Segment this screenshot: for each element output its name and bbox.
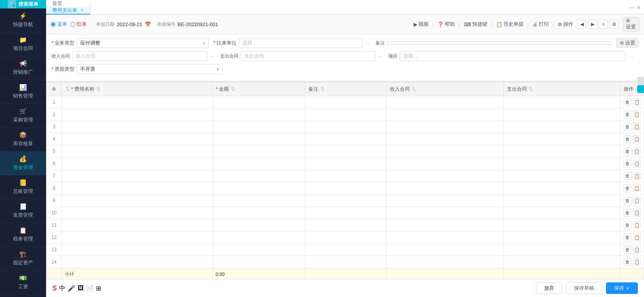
note-cell[interactable]	[305, 145, 387, 158]
delete-row-btn[interactable]: 🗑	[624, 246, 631, 254]
delete-row-btn[interactable]: 🗑	[624, 111, 631, 118]
th-income-contract[interactable]: 收入合同 ⇅	[387, 82, 503, 96]
delete-row-btn[interactable]: 🗑	[624, 123, 631, 131]
expense-name-cell[interactable]	[62, 170, 213, 182]
expense-contract-input[interactable]: 支出合同	[241, 51, 376, 61]
copy-row-btn[interactable]: 📋	[633, 160, 641, 168]
invoice-type-input[interactable]: 不开票 ▾	[77, 64, 223, 74]
expense-contract-cell[interactable]	[503, 158, 620, 170]
delete-row-btn[interactable]: 🗑	[624, 135, 631, 143]
copy-row-btn[interactable]: 📋	[633, 135, 641, 143]
expense-contract-cell[interactable]	[503, 182, 620, 194]
expense-contract-cell[interactable]	[503, 231, 620, 244]
red-bill-radio[interactable]: 红单	[70, 21, 87, 28]
income-contract-cell[interactable]	[387, 244, 503, 256]
discard-button[interactable]: 放弃	[536, 282, 562, 294]
sidebar-header[interactable]: 🔍 搜索菜单	[0, 0, 46, 8]
income-contract-cell[interactable]	[387, 96, 503, 108]
form-settings-btn[interactable]: ⚙ 设置	[616, 38, 639, 48]
amount-cell[interactable]	[212, 194, 305, 207]
note-cell[interactable]	[305, 219, 387, 231]
th-amount[interactable]: * 金额 ⇅	[212, 82, 305, 96]
partner-ellipsis[interactable]: ···	[365, 40, 371, 46]
sidebar-item-shuiwu[interactable]: 📋税务管理	[0, 223, 46, 247]
expense-name-cell[interactable]	[62, 121, 213, 133]
log-float-btn[interactable]: 日	[637, 85, 644, 93]
nav-prev-btn[interactable]: ◀	[577, 20, 586, 29]
sidebar-item-zhangmu[interactable]: 📒总账管理	[0, 175, 46, 199]
sidebar-item-yingxiao[interactable]: 📢营销推广	[0, 56, 46, 80]
sidebar-item-xiangmu[interactable]: 📁项目合同	[0, 32, 46, 56]
expense-name-cell[interactable]	[62, 158, 213, 170]
delete-row-btn[interactable]: 🗑	[624, 160, 631, 168]
amount-cell[interactable]	[212, 121, 305, 133]
footer-icon-grid[interactable]: ⊞	[96, 285, 101, 292]
expense-name-cell[interactable]	[62, 256, 213, 268]
sidebar-item-kucun[interactable]: 📦库存核算	[0, 128, 46, 151]
amount-cell[interactable]	[212, 170, 305, 182]
expense-name-cell[interactable]	[62, 182, 213, 194]
project-input[interactable]: 选择...	[400, 51, 626, 61]
note-cell[interactable]	[305, 207, 387, 219]
settings-btn[interactable]: ⚙ 设置	[622, 17, 639, 32]
income-contract-input[interactable]: 收入合同	[72, 51, 207, 61]
sidebar-item-guding[interactable]: 🏗️固定资产	[0, 247, 46, 270]
partner-input[interactable]: 选择...	[239, 38, 363, 48]
th-expense-contract[interactable]: 支出合同 ⇅	[503, 82, 620, 96]
sidebar-item-zijin[interactable]: 💰资金管理	[0, 151, 46, 175]
nav-next-btn[interactable]: ▶	[588, 20, 597, 29]
video-btn[interactable]: ▶ 视频	[414, 21, 429, 28]
delete-row-btn[interactable]: 🗑	[624, 209, 631, 217]
expense-name-cell[interactable]	[62, 96, 213, 108]
delete-row-btn[interactable]: 🗑	[624, 234, 631, 241]
expense-name-cell[interactable]	[62, 231, 213, 244]
expense-name-cell[interactable]	[62, 219, 213, 231]
operation-btn[interactable]: ⚙ 操作	[558, 21, 573, 28]
sidebar-item-kuaijie[interactable]: ⚡快捷导航	[0, 8, 46, 32]
expense-name-cell[interactable]	[62, 108, 213, 121]
expense-contract-cell[interactable]	[503, 219, 620, 231]
income-contract-cell[interactable]	[387, 158, 503, 170]
note-input[interactable]	[387, 41, 612, 45]
income-contract-cell[interactable]	[387, 219, 503, 231]
footer-icon-zhong[interactable]: 中	[59, 284, 65, 292]
expense-name-cell[interactable]	[62, 194, 213, 207]
expense-contract-cell[interactable]	[503, 121, 620, 133]
amount-cell[interactable]	[212, 207, 305, 219]
amount-cell[interactable]	[212, 96, 305, 108]
expense-contract-cell[interactable]	[503, 133, 620, 145]
income-contract-ellipsis[interactable]: ···	[209, 53, 215, 59]
income-contract-cell[interactable]	[387, 231, 503, 244]
income-contract-cell[interactable]	[387, 170, 503, 182]
note-cell[interactable]	[305, 170, 387, 182]
save-button[interactable]: 保存 ∨	[606, 282, 638, 294]
sidebar-item-xiaoshou[interactable]: 📊销售管理	[0, 80, 46, 104]
expense-name-cell[interactable]	[62, 244, 213, 256]
note-cell[interactable]	[305, 194, 387, 207]
note-cell[interactable]	[305, 96, 387, 108]
amount-cell[interactable]	[212, 219, 305, 231]
income-contract-cell[interactable]	[387, 182, 503, 194]
note-cell[interactable]	[305, 108, 387, 121]
copy-row-btn[interactable]: 📋	[633, 148, 641, 155]
income-contract-cell[interactable]	[387, 108, 503, 121]
copy-row-btn[interactable]: 📋	[633, 197, 641, 204]
income-contract-cell[interactable]	[387, 256, 503, 268]
amount-cell[interactable]	[212, 108, 305, 121]
amount-cell[interactable]	[212, 145, 305, 158]
delete-row-btn[interactable]: 🗑	[624, 221, 631, 229]
sidebar-item-jingying[interactable]: 📈经营管理	[0, 294, 46, 297]
expense-contract-cell[interactable]	[503, 256, 620, 268]
save-draft-button[interactable]: 保存草稿	[566, 282, 602, 294]
income-contract-cell[interactable]	[387, 145, 503, 158]
expense-name-cell[interactable]	[62, 207, 213, 219]
expense-contract-ellipsis[interactable]: ···	[377, 53, 384, 59]
close-icon[interactable]: ✕	[637, 4, 641, 10]
project-ellipsis[interactable]: ···	[628, 53, 634, 59]
expense-contract-cell[interactable]	[503, 244, 620, 256]
tab-home[interactable]: 首页	[46, 0, 90, 7]
expense-contract-cell[interactable]	[503, 194, 620, 207]
income-contract-cell[interactable]	[387, 207, 503, 219]
delete-row-btn[interactable]: 🗑	[624, 172, 631, 180]
attachment-float-btn[interactable]: 附	[637, 77, 644, 85]
